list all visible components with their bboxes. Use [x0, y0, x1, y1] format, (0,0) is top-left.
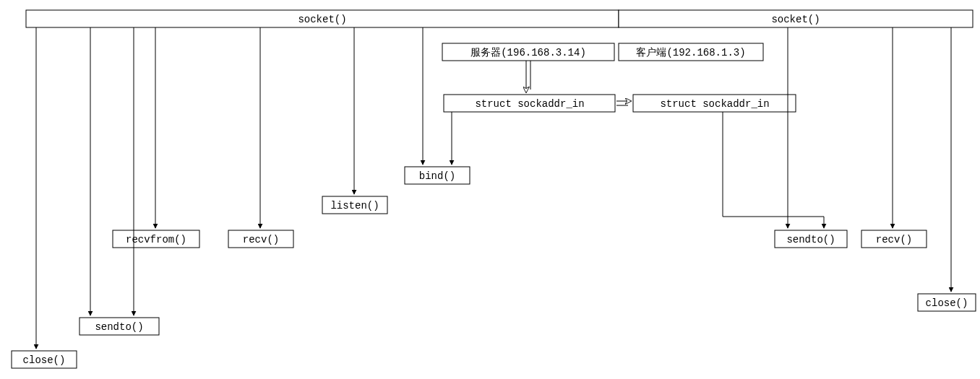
label-struct-right: struct sockaddr_in	[660, 98, 769, 110]
label-recv-right: recv()	[876, 234, 912, 245]
label-recvfrom: recvfrom()	[126, 234, 186, 245]
label-listen: listen()	[330, 200, 379, 212]
label-struct-left: struct sockaddr_in	[475, 98, 584, 110]
label-bind: bind()	[419, 170, 455, 182]
label-recv-left: recv()	[243, 234, 279, 245]
label-host-client: 客户端(192.168.1.3)	[636, 47, 745, 58]
label-socket-server: socket()	[298, 14, 346, 25]
arrow-struct-to-sendto-right	[723, 112, 824, 228]
label-close-right: close()	[926, 297, 968, 309]
label-close-left: close()	[23, 354, 66, 366]
socket-flow-diagram: socket() socket() 服务器(196.168.3.14) 客户端(…	[0, 0, 980, 379]
label-host-server: 服务器(196.168.3.14)	[470, 47, 586, 58]
label-socket-client: socket()	[771, 14, 820, 25]
label-sendto-right: sendto()	[786, 234, 835, 245]
label-sendto-left: sendto()	[95, 321, 143, 333]
